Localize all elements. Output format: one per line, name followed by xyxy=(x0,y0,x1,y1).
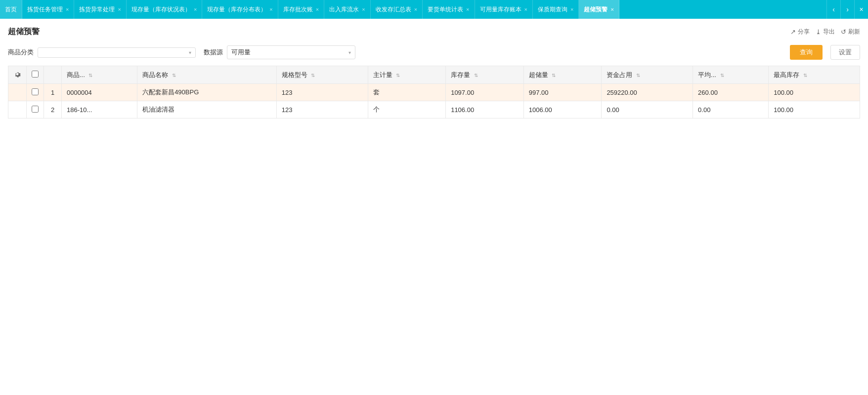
query-button[interactable]: 查询 xyxy=(790,45,823,60)
row-goods-code: 0000004 xyxy=(62,84,137,101)
column-over-stock[interactable]: 超储量 ⇅ xyxy=(523,66,602,84)
sort-icon: ⇅ xyxy=(803,73,807,78)
row-over-stock: 1006.00 xyxy=(523,101,602,118)
close-icon[interactable]: × xyxy=(466,6,469,12)
row-capital: 0.00 xyxy=(602,101,693,118)
table-header-row: 商品... ⇅ 商品名称 ⇅ 规格型号 ⇅ 主计量 ⇅ 库存量 ⇅ xyxy=(8,66,860,84)
select-all-checkbox[interactable] xyxy=(32,71,39,78)
row-avg: 0.00 xyxy=(693,101,769,118)
sort-icon: ⇅ xyxy=(311,73,315,78)
chevron-down-icon: ▾ xyxy=(348,50,351,55)
nav-bar: 首页 拣货任务管理 × 拣货异常处理 × 现存量（库存状况表） × 现存量（库存… xyxy=(0,0,868,19)
close-icon[interactable]: × xyxy=(316,6,319,12)
column-avg[interactable]: 平均... ⇅ xyxy=(693,66,769,84)
column-avg-label: 平均... xyxy=(698,71,716,79)
nav-item-order-stats[interactable]: 要货单统计表 × xyxy=(423,0,475,19)
close-icon[interactable]: × xyxy=(414,6,417,12)
row-checkbox[interactable] xyxy=(32,106,39,113)
nav-item-stock-status[interactable]: 现存量（库存状况表） × xyxy=(127,0,202,19)
sort-icon: ⇅ xyxy=(172,73,176,78)
sort-icon: ⇅ xyxy=(552,73,556,78)
column-capital-label: 资金占用 xyxy=(607,71,632,79)
column-unit-label: 主计量 xyxy=(373,71,392,79)
nav-item-expiry[interactable]: 保质期查询 × xyxy=(533,0,579,19)
nav-item-overstock[interactable]: 超储预警 × xyxy=(579,0,619,19)
settings-button[interactable]: 设置 xyxy=(830,45,860,60)
column-goods-code-label: 商品... xyxy=(67,71,85,79)
nav-item-stock-dist[interactable]: 现存量（库存分布表） × xyxy=(202,0,278,19)
row-capital: 259220.00 xyxy=(602,84,693,101)
column-capital[interactable]: 资金占用 ⇅ xyxy=(602,66,693,84)
export-button[interactable]: ⤓ 导出 xyxy=(816,28,835,36)
table-row: 1 0000004 六配套新昌490BPG 123 套 1097.00 997.… xyxy=(8,84,860,101)
row-goods-name: 机油滤清器 xyxy=(137,101,277,118)
datasource-filter: 数据源 可用量 ▾ xyxy=(204,45,355,59)
row-checkbox-cell[interactable] xyxy=(27,84,44,101)
nav-item-task[interactable]: 拣货任务管理 × xyxy=(22,0,74,19)
row-checkbox[interactable] xyxy=(32,88,39,95)
nav-item-available[interactable]: 可用量库存账本 × xyxy=(475,0,533,19)
column-goods-code[interactable]: 商品... ⇅ xyxy=(62,66,137,84)
close-icon[interactable]: × xyxy=(610,6,613,12)
column-max-stock[interactable]: 最高库存 ⇅ xyxy=(769,66,860,84)
category-filter: 商品分类 ▾ xyxy=(8,47,196,58)
header-actions: ↗ 分享 ⤓ 导出 ↺ 刷新 xyxy=(790,28,860,36)
nav-arrow-left[interactable]: ‹ xyxy=(826,0,840,19)
chevron-down-icon: ▾ xyxy=(189,50,191,55)
column-max-stock-label: 最高库存 xyxy=(774,71,799,79)
close-icon[interactable]: × xyxy=(524,6,527,12)
column-index xyxy=(44,66,62,84)
nav-item-flow[interactable]: 出入库流水 × xyxy=(324,0,370,19)
page-title: 超储预警 xyxy=(8,27,40,37)
column-checkbox[interactable] xyxy=(27,66,44,84)
refresh-button[interactable]: ↺ 刷新 xyxy=(841,28,860,36)
close-icon[interactable]: × xyxy=(570,6,573,12)
table-row: 2 186-10... 机油滤清器 123 个 1106.00 1006.00 … xyxy=(8,101,860,118)
sort-icon: ⇅ xyxy=(474,73,478,78)
nav-item-exception[interactable]: 拣货异常处理 × xyxy=(74,0,126,19)
column-goods-name[interactable]: 商品名称 ⇅ xyxy=(137,66,277,84)
column-over-stock-label: 超储量 xyxy=(529,71,548,79)
close-icon[interactable]: × xyxy=(269,6,272,12)
row-unit: 个 xyxy=(368,101,446,118)
row-gear-cell xyxy=(8,101,27,118)
datasource-label: 数据源 xyxy=(204,48,223,57)
nav-arrow-right[interactable]: › xyxy=(840,0,854,19)
column-gear[interactable] xyxy=(8,66,27,84)
row-spec: 123 xyxy=(276,101,368,118)
sort-icon: ⇅ xyxy=(720,73,724,78)
row-index: 2 xyxy=(44,101,62,118)
row-index: 1 xyxy=(44,84,62,101)
column-stock-label: 库存量 xyxy=(451,71,470,79)
nav-item-home[interactable]: 首页 xyxy=(0,0,22,19)
close-icon[interactable]: × xyxy=(118,6,121,12)
gear-icon xyxy=(13,70,21,78)
row-over-stock: 997.00 xyxy=(523,84,602,101)
category-select[interactable]: ▾ xyxy=(38,47,196,58)
data-table: 商品... ⇅ 商品名称 ⇅ 规格型号 ⇅ 主计量 ⇅ 库存量 ⇅ xyxy=(8,66,860,118)
row-stock: 1097.00 xyxy=(446,84,524,101)
close-icon[interactable]: × xyxy=(66,6,69,12)
row-unit: 套 xyxy=(368,84,446,101)
category-label: 商品分类 xyxy=(8,48,34,57)
share-button[interactable]: ↗ 分享 xyxy=(790,28,810,36)
sort-icon: ⇅ xyxy=(396,73,400,78)
row-avg: 260.00 xyxy=(693,84,769,101)
nav-item-summary[interactable]: 收发存汇总表 × xyxy=(371,0,423,19)
column-unit[interactable]: 主计量 ⇅ xyxy=(368,66,446,84)
datasource-select[interactable]: 可用量 ▾ xyxy=(227,45,355,59)
share-icon: ↗ xyxy=(790,28,796,36)
nav-arrow-close[interactable]: × xyxy=(854,0,868,19)
row-spec: 123 xyxy=(276,84,368,101)
nav-item-batch[interactable]: 库存批次账 × xyxy=(278,0,324,19)
close-icon[interactable]: × xyxy=(194,6,197,12)
row-checkbox-cell[interactable] xyxy=(27,101,44,118)
column-spec[interactable]: 规格型号 ⇅ xyxy=(276,66,368,84)
refresh-icon: ↺ xyxy=(841,28,846,36)
page-content: 超储预警 ↗ 分享 ⤓ 导出 ↺ 刷新 商品分类 ▾ 数据源 xyxy=(0,19,868,395)
export-icon: ⤓ xyxy=(816,28,821,36)
close-icon[interactable]: × xyxy=(362,6,365,12)
sort-icon: ⇅ xyxy=(636,73,640,78)
column-stock[interactable]: 库存量 ⇅ xyxy=(446,66,524,84)
row-stock: 1106.00 xyxy=(446,101,524,118)
